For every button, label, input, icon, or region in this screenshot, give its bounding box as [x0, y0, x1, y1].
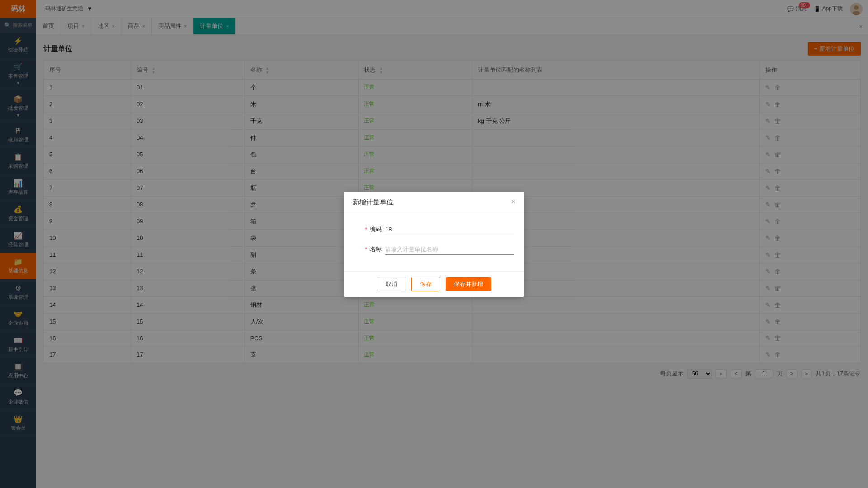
modal-overlay[interactable]: 新增计量单位 × * 编码 * 名称 取消 保存 保存并新增	[0, 0, 868, 488]
modal-body: * 编码 * 名称	[344, 213, 524, 271]
modal-title: 新增计量单位	[353, 198, 393, 206]
add-unit-modal: 新增计量单位 × * 编码 * 名称 取消 保存 保存并新增	[344, 192, 524, 297]
form-row-name: * 名称	[354, 244, 514, 255]
modal-footer: 取消 保存 保存并新增	[344, 271, 524, 297]
code-input[interactable]	[385, 224, 514, 235]
name-required-mark: *	[365, 246, 367, 253]
form-row-code: * 编码	[354, 224, 514, 235]
name-label: * 名称	[354, 245, 382, 253]
code-label: * 编码	[354, 225, 382, 234]
save-and-new-button[interactable]: 保存并新增	[446, 277, 491, 291]
name-input[interactable]	[385, 244, 514, 255]
cancel-button[interactable]: 取消	[377, 277, 406, 291]
modal-close-btn[interactable]: ×	[511, 198, 515, 206]
save-button[interactable]: 保存	[411, 277, 440, 291]
code-required-mark: *	[365, 226, 367, 233]
modal-header: 新增计量单位 ×	[344, 192, 524, 213]
